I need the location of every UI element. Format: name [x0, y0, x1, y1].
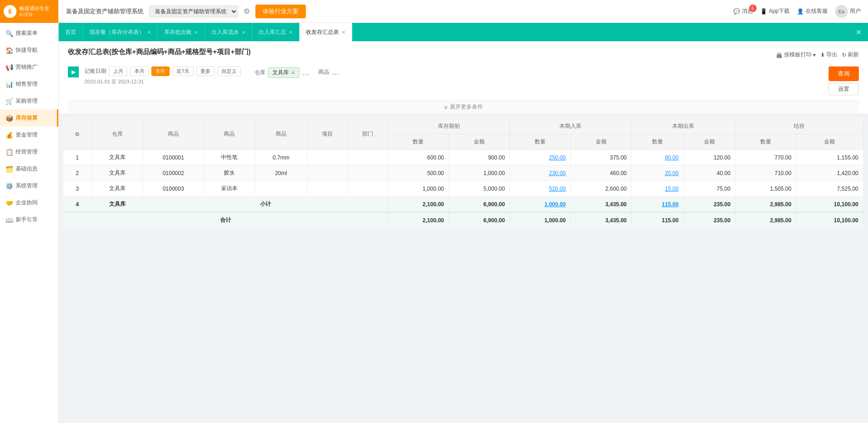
export-btn[interactable]: ⬇ 导出 — [820, 51, 837, 59]
sidebar-item-finance[interactable]: 💰 资金管理 — [0, 126, 58, 143]
col-settings-header[interactable]: ⚙ — [63, 119, 92, 150]
tabbar-close-icon[interactable]: ✕ — [849, 28, 868, 37]
tab-batch[interactable]: 库存批次账 ✕ — [158, 23, 205, 41]
search-icon: 🔍 — [6, 30, 13, 37]
warehouse-value: 文具库 — [272, 69, 289, 77]
gear-icon: ⚙️ — [6, 182, 13, 190]
subtotal-out-amt: 235.00 — [683, 197, 735, 213]
table-row: 1 文具库 0100001 中性笔 0.7mm 600.00 900.00 25… — [63, 150, 863, 165]
sidebar-item-label: 新手引导 — [16, 216, 38, 224]
user-menu[interactable]: Ea 用户 — [835, 5, 861, 18]
subtotal-out-qty[interactable]: 115.00 — [631, 197, 683, 213]
sidebar-item-label: 基础信息 — [16, 165, 38, 173]
col-name-header: 商品 — [204, 119, 255, 150]
tab-close-icon[interactable]: ✕ — [147, 30, 151, 35]
tabbar: 首页 现存量（库存分布表） ✕ 库存批次账 ✕ 出入库流水 ✕ 出入库汇总 ✕ … — [59, 23, 868, 41]
row-code: 0100001 — [143, 150, 204, 165]
tab-inout-flow[interactable]: 出入库流水 ✕ — [205, 23, 252, 41]
box-icon: 📦 — [6, 115, 13, 122]
query-btn[interactable]: 查询 — [829, 66, 859, 81]
row-code: 0100003 — [143, 181, 204, 197]
sidebar-item-search[interactable]: 🔍 搜索菜单 — [0, 25, 58, 42]
refresh-btn[interactable]: ↻ 刷新 — [842, 51, 859, 59]
tab-inout-summary[interactable]: 出入库汇总 ✕ — [252, 23, 299, 41]
app-download-btn[interactable]: 📱 App下载 — [760, 7, 790, 15]
tab-close-icon[interactable]: ✕ — [289, 30, 293, 35]
sidebar-item-guide[interactable]: 📖 新手引导 — [0, 211, 58, 228]
row-out-qty[interactable]: 80.00 — [631, 150, 683, 165]
sidebar-item-basic[interactable]: 🗂️ 基础信息 — [0, 160, 58, 177]
sidebar-item-label: 快捷导航 — [16, 46, 38, 54]
filter-settings-btn[interactable]: 设置 — [829, 83, 859, 95]
row-out-qty[interactable]: 15.00 — [631, 181, 683, 197]
print-label: 按模板打印 — [784, 51, 812, 59]
sidebar-item-inventory[interactable]: 📦 库存核算 — [0, 110, 58, 126]
row-close-qty: 710.00 — [735, 165, 796, 181]
sidebar-item-system[interactable]: ⚙️ 系统管理 — [0, 177, 58, 194]
chevron-down-icon: ∨ — [444, 104, 448, 110]
experience-btn[interactable]: 体验行业方案 — [255, 5, 306, 18]
handshake-icon: 🤝 — [6, 199, 13, 207]
sidebar-item-enterprise[interactable]: 🤝 企业协同 — [0, 194, 58, 211]
row-no: 1 — [63, 150, 92, 165]
user-label: 用户 — [850, 7, 861, 15]
tab-inventory-dist-label: 现存量（库存分布表） — [89, 28, 144, 36]
row-out-qty[interactable]: 20.00 — [631, 165, 683, 181]
subtotal-open-amt: 6,900.00 — [449, 197, 510, 213]
product-more[interactable]: ... — [332, 67, 339, 77]
megaphone-icon: 📢 — [6, 64, 13, 71]
date-btn-last-month[interactable]: 上月 — [109, 66, 127, 76]
settings-icon[interactable]: ⚙ — [243, 7, 250, 16]
row-in-qty[interactable]: 520.00 — [510, 181, 571, 197]
row-name: 中性笔 — [204, 150, 255, 165]
message-btn[interactable]: 💬 消息 6 — [733, 7, 753, 15]
subtotal-in-amt: 3,435.00 — [570, 197, 631, 213]
row-warehouse: 文具库 — [92, 181, 143, 197]
print-btn[interactable]: 🖨️ 按模板打印 ▾ — [776, 51, 816, 59]
sidebar-item-purchase[interactable]: 🛒 采购管理 — [0, 93, 58, 110]
tab-close-icon[interactable]: ✕ — [342, 30, 345, 35]
tab-close-icon[interactable]: ✕ — [194, 30, 198, 35]
tab-stock-summary[interactable]: 收发存汇总表 ✕ — [299, 23, 352, 41]
title-row: 收发存汇总表(按仓库+商品编码+商品+规格型号+项目+部门) 🖨️ 按模板打印 … — [68, 48, 859, 62]
row-no: 2 — [63, 165, 92, 181]
expand-btn[interactable]: ∨ 展开更多条件 — [444, 103, 483, 111]
logo-text-group: 畅捷通好生意 标准版 — [19, 5, 50, 18]
tab-home[interactable]: 首页 — [59, 23, 83, 41]
row-in-qty[interactable]: 250.00 — [510, 150, 571, 165]
date-btn-7days[interactable]: 近7天 — [172, 66, 194, 76]
sidebar-item-sales[interactable]: 📊 销售管理 — [0, 76, 58, 93]
header-actions: 🖨️ 按模板打印 ▾ ⬇ 导出 ↻ 刷新 — [776, 51, 859, 59]
filter-toggle[interactable]: ▶ — [68, 66, 79, 77]
home-icon: 🏠 — [6, 47, 13, 54]
product-label: 商品 — [318, 68, 329, 76]
tab-inventory-dist[interactable]: 现存量（库存分布表） ✕ — [83, 23, 158, 41]
date-btn-this-month[interactable]: 本月 — [130, 66, 149, 76]
table-row: 2 文具库 0100002 胶水 20ml 500.00 1,000.00 23… — [63, 165, 863, 181]
date-btn-custom[interactable]: 自定义 — [217, 66, 241, 76]
system-selector[interactable]: 装备及固定资产辅助管理系统 — [149, 5, 238, 17]
sidebar-item-quick-nav[interactable]: 🏠 快捷导航 — [0, 42, 58, 59]
row-in-qty[interactable]: 230.00 — [510, 165, 571, 181]
warehouse-more[interactable]: ... — [302, 68, 309, 77]
online-service-btn[interactable]: 👤 在线客服 — [797, 7, 828, 15]
col-close-header: 结存 — [735, 119, 863, 134]
folder-icon: 🗂️ — [6, 165, 13, 173]
row-close-amt: 7,525.00 — [796, 181, 863, 197]
date-btn-this-year[interactable]: 本年 — [151, 66, 170, 76]
date-btn-more[interactable]: 更多 — [196, 66, 215, 76]
row-code: 0100002 — [143, 165, 204, 181]
sidebar-item-business[interactable]: 📋 经营管理 — [0, 143, 58, 160]
sidebar-item-marketing[interactable]: 📢 营销推广 — [0, 59, 58, 76]
total-open-amt: 6,900.00 — [449, 212, 510, 228]
tab-close-icon[interactable]: ✕ — [242, 30, 245, 35]
col-out-amt-header: 金额 — [683, 134, 735, 150]
col-open-amt-header: 金额 — [449, 134, 510, 150]
col-close-amt-header: 金额 — [796, 134, 863, 150]
warehouse-remove-btn[interactable]: ✕ — [291, 70, 295, 76]
tab-stock-summary-label: 收发存汇总表 — [306, 28, 339, 36]
total-open-qty: 2,100.00 — [388, 212, 449, 228]
expand-label: 展开更多条件 — [450, 103, 483, 111]
subtotal-in-qty[interactable]: 1,000.00 — [510, 197, 571, 213]
tab-home-label: 首页 — [65, 28, 76, 36]
